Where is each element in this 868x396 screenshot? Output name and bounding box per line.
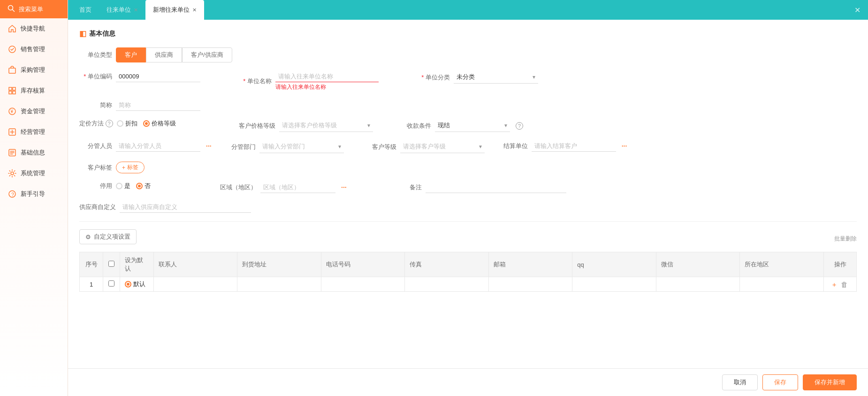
unit-name-label: * 单位名称 [239,77,272,85]
cell-check[interactable] [103,277,120,292]
customer-price-level-select[interactable]: 请选择客户价格等级 ▾ [279,119,373,132]
settlement-more-button[interactable]: ··· [620,142,629,150]
region-table-input[interactable] [745,281,819,288]
manager-more-button[interactable]: ··· [204,142,213,150]
supplier-custom-input[interactable] [120,202,251,213]
sidebar-item-operation[interactable]: 经营管理 [0,122,68,142]
select-all-checkbox[interactable] [108,261,114,267]
manager-input[interactable] [116,140,200,152]
contacts-table: 序号 设为默认 联系人 到货地址 电话号码 传真 邮箱 qq 微信 所在地区 操… [79,252,857,292]
tab-new-contact-close[interactable]: ✕ [192,7,197,13]
shortname-label: 简称 [79,101,112,109]
custom-settings-button[interactable]: ⚙ 自定义项设置 [79,229,137,244]
sidebar-item-label: 新手引导 [21,190,45,198]
tab-contacts-close[interactable]: ✕ [134,7,138,13]
unit-category-value: 未分类 [457,73,475,81]
payment-terms-group: 收款条件 现结 ▾ ? [398,119,523,132]
type-btn-supplier[interactable]: 供应商 [146,47,182,62]
shortname-input[interactable] [116,100,200,111]
cell-region[interactable] [740,277,824,292]
unit-name-error: 请输入往来单位名称 [275,83,379,91]
contact-input[interactable] [159,281,233,288]
unit-name-input[interactable] [275,71,379,82]
form-footer: 取消 保存 保存并新增 [68,368,868,396]
unit-code-label: * 单位编码 [79,72,112,81]
unit-category-select[interactable]: 未分类 ▾ [454,71,538,84]
sidebar-item-quick-nav[interactable]: 快捷导航 [0,18,68,39]
phone-input[interactable] [326,281,400,288]
add-row-button[interactable]: + [832,280,837,288]
batch-delete-button[interactable]: 批量删除 [834,235,857,243]
add-tag-button[interactable]: + 标签 [116,162,145,173]
save-button[interactable]: 保存 [762,374,798,390]
tab-contacts[interactable]: 往来单位 ✕ [99,0,145,20]
cell-phone[interactable] [321,277,405,292]
pricing-help-icon[interactable]: ? [106,120,113,127]
unit-type-row: 单位类型 客户 供应商 客户/供应商 [79,47,857,62]
cell-contact[interactable] [153,277,237,292]
unit-category-label: * 单位分类 [417,73,450,82]
type-btn-both[interactable]: 客户/供应商 [182,47,232,62]
customer-price-level-placeholder: 请选择客户价格等级 [282,121,337,130]
save-new-button[interactable]: 保存并新增 [803,374,857,390]
customer-level-select[interactable]: 请选择客户等级 ▾ [400,140,485,153]
qq-input[interactable] [577,281,651,288]
default-radio-item[interactable]: 默认 [125,280,145,288]
disabled-radio-no[interactable]: 否 [136,182,151,190]
wechat-input[interactable] [661,281,735,288]
supplier-custom-label: 供应商自定义 [79,203,116,211]
svg-text:¥: ¥ [10,109,14,114]
remark-input[interactable] [426,182,566,193]
search-menu-label: 搜索菜单 [19,5,43,14]
disabled-group: 停用 是 否 [79,182,211,190]
cell-wechat[interactable] [656,277,740,292]
payment-terms-select[interactable]: 现结 ▾ [435,119,510,132]
sidebar-item-label: 采购管理 [21,66,45,74]
settlement-unit-group: 结算单位 ··· [495,140,629,152]
code-name-row: * 单位编码 * 单位名称 请输入往来单位名称 * 单位分类 [79,71,857,91]
type-btn-customer[interactable]: 客户 [116,47,146,62]
search-menu[interactable]: 搜索菜单 [0,0,68,18]
customer-level-placeholder: 请选择客户等级 [403,142,446,151]
address-input[interactable] [242,281,316,288]
supplier-custom-group: 供应商自定义 [79,202,857,213]
sidebar-item-label: 基础信息 [21,148,45,157]
fax-input[interactable] [410,281,484,288]
sidebar-item-system[interactable]: 系统管理 [0,163,68,184]
radio-label-yes: 是 [124,182,130,190]
tab-new-contact[interactable]: 新增往来单位 ✕ [145,0,204,20]
region-more-button[interactable]: ··· [339,184,349,191]
delete-row-button[interactable]: 🗑 [841,280,848,288]
sidebar-item-finance[interactable]: ¥ 资金管理 [0,101,68,122]
tab-home[interactable]: 首页 [72,0,99,20]
col-check [103,252,120,277]
pricing-radio-level[interactable]: 价格等级 [143,119,176,128]
sidebar-item-label: 销售管理 [21,45,45,54]
sidebar-item-guide[interactable]: ? 新手引导 [0,184,68,204]
sidebar-item-sales[interactable]: 销售管理 [0,39,68,60]
disabled-radio-group: 是 否 [116,182,151,190]
pricing-radio-discount[interactable]: 折扣 [117,119,137,128]
row-checkbox[interactable] [108,280,114,287]
department-select[interactable]: 请输入分管部门 ▾ [259,140,344,153]
unit-category-group: * 单位分类 未分类 ▾ [417,71,538,84]
cell-qq[interactable] [572,277,656,292]
cell-fax[interactable] [405,277,489,292]
disabled-radio-yes[interactable]: 是 [116,182,130,190]
cell-address[interactable] [237,277,321,292]
unit-code-input[interactable] [116,71,200,82]
close-all-tabs-button[interactable]: ✕ [851,6,864,15]
region-input[interactable] [260,182,335,193]
payment-help-icon[interactable]: ? [516,122,523,130]
sidebar-item-purchase[interactable]: 采购管理 [0,60,68,80]
sidebar-item-basic-info[interactable]: 基础信息 [0,142,68,163]
tab-contacts-label: 往来单位 [107,6,131,14]
svg-rect-3 [9,68,15,73]
email-input[interactable] [494,281,568,288]
settlement-unit-input[interactable] [532,140,616,152]
unit-name-group: * 单位名称 请输入往来单位名称 [239,71,398,91]
payment-terms-value: 现结 [438,121,450,130]
cell-email[interactable] [488,277,572,292]
sidebar-item-inventory[interactable]: 库存核算 [0,80,68,101]
cancel-button[interactable]: 取消 [722,374,758,390]
